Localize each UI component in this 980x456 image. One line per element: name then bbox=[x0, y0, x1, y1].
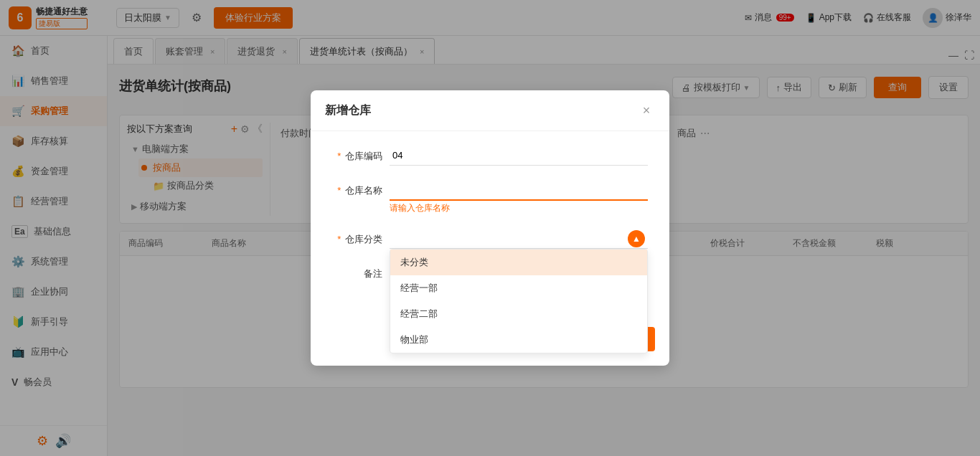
category-dropdown: 未分类 经营一部 经营二部 物业部 bbox=[390, 249, 648, 353]
dialog-close-button[interactable]: × bbox=[638, 102, 655, 119]
dropdown-item-dept2[interactable]: 经营二部 bbox=[390, 301, 647, 327]
dialog-body: * 仓库编码 * 仓库名称 请输入仓库名称 bbox=[311, 131, 669, 320]
warehouse-name-row: * 仓库名称 请输入仓库名称 bbox=[332, 180, 648, 214]
code-input-wrap bbox=[390, 146, 648, 166]
name-error-msg: 请输入仓库名称 bbox=[390, 202, 648, 214]
dropdown-item-none[interactable]: 未分类 bbox=[390, 250, 647, 275]
category-toggle-button[interactable]: ▲ bbox=[628, 230, 645, 247]
name-input-wrap: 请输入仓库名称 bbox=[390, 180, 648, 214]
category-required-star: * bbox=[337, 234, 341, 244]
modal-overlay[interactable]: 新增仓库 × * 仓库编码 * 仓库名称 bbox=[0, 0, 980, 456]
new-warehouse-dialog: 新增仓库 × * 仓库编码 * 仓库名称 bbox=[311, 90, 669, 366]
warehouse-name-input[interactable] bbox=[390, 180, 648, 201]
code-required-star: * bbox=[337, 151, 341, 161]
dialog-title: 新增仓库 bbox=[325, 103, 371, 118]
warehouse-code-row: * 仓库编码 bbox=[332, 146, 648, 166]
name-label: * 仓库名称 bbox=[332, 180, 390, 197]
category-label: * 仓库分类 bbox=[332, 229, 390, 246]
code-label: * 仓库编码 bbox=[332, 146, 390, 163]
category-input[interactable] bbox=[390, 229, 648, 249]
dialog-header: 新增仓库 × bbox=[311, 90, 669, 131]
note-label: 备注 bbox=[332, 263, 390, 280]
warehouse-category-row: * 仓库分类 ▲ 未分类 经营一部 经营二部 物业部 bbox=[332, 229, 648, 249]
name-required-star: * bbox=[337, 185, 341, 196]
warehouse-code-input[interactable] bbox=[390, 146, 648, 166]
dropdown-item-dept3[interactable]: 物业部 bbox=[390, 327, 647, 353]
category-input-wrap: ▲ 未分类 经营一部 经营二部 物业部 bbox=[390, 229, 648, 249]
dropdown-item-dept1[interactable]: 经营一部 bbox=[390, 275, 647, 301]
